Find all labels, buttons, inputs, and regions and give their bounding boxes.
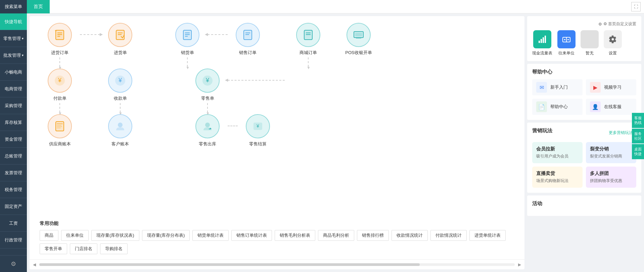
func-btn-product[interactable]: 商品 [40, 230, 58, 241]
quick-icon-units[interactable]: 往来单位 [557, 30, 576, 56]
svg-text:¥: ¥ [58, 77, 62, 84]
func-btn-stock1[interactable]: 现存量(库存状况表) [91, 230, 139, 241]
func-btn-unit[interactable]: 往来单位 [61, 230, 89, 241]
func-btn-sales-stat[interactable]: 销货单统计表 [192, 230, 229, 241]
marketing-grid: 会员拉新 吸引用户成为会员 裂变分销 裂变式发展分销商 直播卖货 场景式购物新玩… [532, 142, 636, 188]
node-payment[interactable]: ¥ 付款单 [40, 69, 80, 101]
svg-rect-36 [57, 126, 62, 127]
svg-text:¥: ¥ [118, 77, 122, 84]
sidebar-item-ledger[interactable]: 总账管理 [0, 148, 27, 165]
sidebar-item-fixedasset[interactable]: 固定资产 [0, 198, 27, 215]
service-community-button[interactable]: 服务社区 [632, 129, 644, 144]
sidebar-item-tax[interactable]: 税务管理 [0, 181, 27, 198]
scroll-right-button[interactable]: ▶ [516, 261, 523, 269]
mall-order-icon [296, 23, 320, 47]
sidebar-item-finance[interactable]: 资金管理 [0, 131, 27, 148]
flow-container: 进货订单 ▶ 进货单 [30, 16, 524, 221]
help-item-help[interactable]: 📄 帮助中心 [532, 99, 583, 115]
units-icon [557, 30, 576, 48]
retail-out-icon [195, 114, 220, 138]
sidebar-item-retail[interactable]: 零售管理 ▾ [0, 30, 27, 47]
empty-icon [581, 30, 599, 48]
func-btn-profit1[interactable]: 销售毛利分析表 [275, 230, 315, 241]
node-purchase-bill[interactable]: 进货单 [100, 23, 140, 56]
customize-link[interactable]: ⚙ ⚙ 首页自定义设置 [598, 21, 636, 27]
func-btn-purchase-stat[interactable]: 进货单统计表 [469, 230, 506, 241]
purchase-bill-icon [108, 23, 132, 47]
sidebar-item-admin[interactable]: 行政管理 [0, 232, 27, 248]
scroll-track[interactable] [39, 263, 515, 266]
live-desc: 场景式购物新玩法 [536, 178, 579, 184]
service-hotline-button[interactable]: 客服热线 [632, 113, 644, 128]
help-item-service[interactable]: 👤 在线客服 [586, 99, 636, 115]
retail-settlement-icon: ¥ [246, 114, 270, 138]
customer-account-icon [108, 114, 132, 138]
marketing-item-live[interactable]: 直播卖货 场景式购物新玩法 [532, 167, 583, 188]
fullscreen-button[interactable]: ⛶ [631, 2, 641, 11]
func-btn-stock2[interactable]: 现存量(库存分布表) [142, 230, 190, 241]
quick-icon-cashflow[interactable]: 现金流量表 [532, 30, 552, 56]
sidebar-item-purchase[interactable]: 采购管理 [0, 97, 27, 114]
home-tab[interactable]: 首页 [27, 0, 50, 13]
node-customer-account[interactable]: 客户账本 [100, 114, 140, 147]
marketing-item-member[interactable]: 会员拉新 吸引用户成为会员 [532, 142, 583, 163]
help-grid: ✉ 新手入门 ▶ 视频学习 📄 帮助中心 👤 在线客服 [532, 79, 636, 115]
sidebar-item-inventory[interactable]: 库存核算 [0, 114, 27, 131]
node-supplier-account[interactable]: 供应商账本 [40, 114, 80, 147]
sidebar-item-salary[interactable]: 工资 [0, 215, 27, 232]
func-btn-payment-stat[interactable]: 付款情况统计 [430, 230, 467, 241]
beginner-label: 新手入门 [550, 84, 568, 90]
func-btn-guide-rank[interactable]: 导购排名 [100, 243, 128, 254]
sidebar-item-wholesale[interactable]: 批发管理 ▾ [0, 47, 27, 64]
func-btn-retail[interactable]: 零售开单 [40, 243, 67, 254]
function-buttons-grid: 商品 往来单位 现存量(库存状况表) 现存量(库存分布表) 销货单统计表 销售订… [40, 230, 514, 254]
help-section: 帮助中心 ✉ 新手入门 ▶ 视频学习 📄 帮助中心 👤 [527, 64, 641, 120]
node-retail[interactable]: ¥ 零售单 [187, 69, 228, 101]
scroll-thumb[interactable] [39, 263, 420, 266]
node-pos[interactable]: POS收银开单 [338, 23, 379, 56]
sidebar-item-ecommerce[interactable]: 小畅电商 [0, 64, 27, 81]
quick-icon-empty[interactable]: 暂无 [581, 30, 599, 56]
func-btn-receipt-stat[interactable]: 收款情况统计 [392, 230, 428, 241]
sidebar-settings-button[interactable]: ⚙ [0, 255, 27, 272]
node-receipt[interactable]: ¥ 收款单 [100, 69, 140, 101]
node-sales-order[interactable]: 销售订单 [228, 23, 268, 56]
help-center-label: 帮助中心 [550, 104, 568, 110]
node-mall-order[interactable]: 商城订单 [288, 23, 328, 56]
svg-point-38 [118, 123, 122, 127]
activity-section: 活动 [527, 195, 641, 216]
quick-nav-section: ⚙ ⚙ 首页自定义设置 现金流量表 往来 [527, 16, 641, 61]
sidebar-item-quicknav[interactable]: 快捷导航 [0, 13, 27, 30]
help-item-beginner[interactable]: ✉ 新手入门 [532, 79, 583, 95]
svg-rect-44 [539, 41, 540, 43]
pos-icon [347, 23, 371, 47]
func-btn-profit2[interactable]: 商品毛利分析 [318, 230, 354, 241]
cashflow-icon [533, 30, 551, 48]
svg-point-50 [564, 39, 565, 40]
settings-icon [604, 30, 622, 48]
horizontal-scrollbar[interactable]: ◀ ▶ [30, 259, 524, 269]
sidebar: 快捷导航 零售管理 ▾ 批发管理 ▾ 小畅电商 电商管理 采购管理 库存核算 资… [0, 13, 27, 272]
sidebar-item-ecom-mgmt[interactable]: 电商管理 [0, 81, 27, 97]
func-btn-order-stat[interactable]: 销售订单统计表 [231, 230, 272, 241]
node-purchase-order[interactable]: 进货订单 [40, 23, 80, 56]
func-btn-store-rank[interactable]: 门店排名 [70, 243, 97, 254]
node-sales-bill[interactable]: 销货单 [167, 23, 208, 56]
sidebar-item-invoice[interactable]: 发票管理 [0, 165, 27, 181]
marketing-title: 营销玩法 [532, 128, 552, 134]
scroll-left-button[interactable]: ◀ [31, 261, 38, 269]
help-item-video[interactable]: ▶ 视频学习 [586, 79, 636, 95]
quick-icon-settings[interactable]: 设置 [604, 30, 622, 56]
svg-text:¥: ¥ [205, 77, 210, 84]
marketing-item-group[interactable]: 多人拼团 拼团购物享受优惠 [586, 167, 636, 188]
func-btn-ranking[interactable]: 销售排行榜 [357, 230, 389, 241]
member-desc: 吸引用户成为会员 [536, 153, 579, 159]
search-menu-button[interactable]: 搜索菜单 [0, 0, 27, 13]
svg-rect-25 [355, 33, 362, 36]
video-label: 视频学习 [604, 84, 622, 90]
desktop-shortcut-button[interactable]: 桌面快捷 [632, 144, 644, 159]
node-retail-settlement[interactable]: ¥ 零售结算 [238, 114, 278, 147]
marketing-item-fission[interactable]: 裂变分销 裂变式发展分销商 [586, 142, 636, 163]
node-retail-out[interactable]: 零售出库 [187, 114, 228, 147]
video-icon: ▶ [590, 82, 601, 93]
